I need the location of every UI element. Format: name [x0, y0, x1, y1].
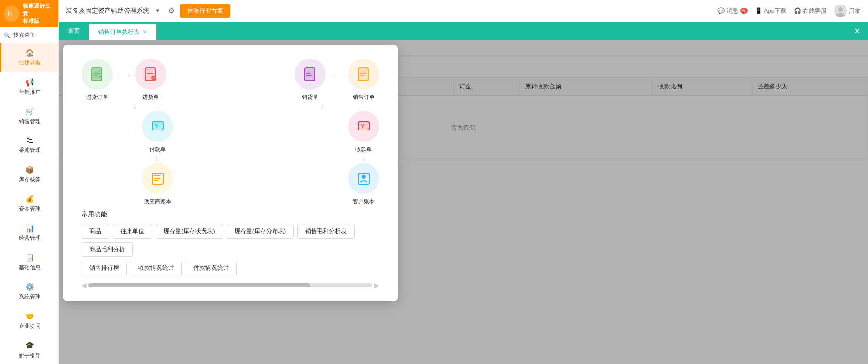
flow-row-2: ¥ 付款单	[82, 111, 379, 153]
arrow-2: ← - -	[326, 70, 348, 81]
sidebar-item-marketing[interactable]: 📢 营销推广	[0, 72, 58, 102]
func-btn-partners[interactable]: 往来单位	[113, 224, 152, 239]
svg-rect-5	[92, 68, 102, 81]
svg-rect-29	[154, 180, 158, 181]
func-buttons-row-2: 销售排行榜 收款情况统计 付款情况统计	[82, 261, 379, 275]
svg-text:6: 6	[7, 9, 12, 18]
sidebar-item-finance[interactable]: 💰 资金管理	[0, 189, 58, 218]
svg-rect-19	[360, 71, 366, 71]
common-functions: 常用功能 商品 往来单位 现存量(库存状况表) 现存量(库存分布表) 销售毛利分…	[82, 210, 379, 275]
tab-close-icon[interactable]: ✕	[142, 29, 147, 35]
modal-content: 进货订单 - - →	[63, 45, 398, 301]
topbar: 装备及固定资产辅助管理系统 ▼ ⚙ 体验行业方案 💬 消息 5 📱 App下载 …	[59, 0, 868, 22]
sales-bill-icon	[295, 59, 326, 90]
payment-bill-label: 付款单	[149, 146, 166, 153]
tab-home[interactable]: 首页	[59, 22, 89, 40]
scroll-left-btn[interactable]: ◀	[82, 282, 87, 289]
experience-btn[interactable]: 体验行业方案	[180, 4, 230, 18]
func-btn-inventory-dist[interactable]: 现存量(库存分布表)	[227, 224, 294, 239]
svg-point-3	[838, 7, 843, 12]
sidebar-item-enterprise[interactable]: 🤝 企业协同	[0, 306, 58, 336]
customer-account-node: 客户账本	[348, 163, 379, 206]
logo-icon: 6	[4, 5, 19, 22]
sidebar-item-newbie[interactable]: 🎓 新手引导	[0, 336, 58, 364]
sidebar-item-sales[interactable]: 🛒 销售管理	[0, 102, 58, 131]
scroll-right-btn[interactable]: ▶	[374, 282, 379, 289]
sidebar-item-label: 基础信息	[19, 264, 41, 272]
sidebar-item-basic[interactable]: 📋 基础信息	[0, 248, 58, 277]
sidebar-item-inventory[interactable]: 📦 库存核算	[0, 160, 58, 189]
svg-text:¥: ¥	[154, 122, 158, 130]
sales-order-svg	[355, 66, 372, 82]
online-service-btn[interactable]: 🎧 在线客服	[794, 7, 827, 15]
svg-rect-28	[154, 178, 160, 179]
sidebar-item-label: 快捷导航	[19, 59, 41, 67]
chevron-down-icon: ▼	[155, 7, 161, 14]
sales-order-icon	[348, 59, 379, 90]
message-btn[interactable]: 💬 消息 5	[717, 7, 748, 15]
func-btn-payment-stats[interactable]: 付款情况统计	[186, 261, 237, 275]
modal-scrollbar[interactable]	[88, 283, 372, 287]
flow-modal: 进货订单 - - →	[63, 45, 398, 301]
sidebar-item-label: 销售管理	[19, 118, 41, 125]
sales-order-label: 销售订单	[353, 93, 375, 101]
search-icon: 🔍	[4, 32, 11, 38]
purchase-order-icon	[82, 59, 113, 90]
modal-scrollbar-container: ◀ ▶	[82, 279, 379, 292]
func-btn-sales-profit-analysis[interactable]: 销售毛利分析表	[297, 224, 355, 239]
svg-point-31	[362, 175, 366, 179]
search-label: 搜索菜单	[13, 31, 35, 39]
payment-bill-node: ¥ 付款单	[142, 111, 173, 153]
app-download-btn[interactable]: 📱 App下载	[755, 7, 786, 15]
close-all-btn[interactable]: ✕	[854, 26, 868, 36]
down-arrow-purchase-icon: ↓	[133, 101, 137, 111]
sidebar-search[interactable]: 🔍 搜索菜单	[0, 27, 58, 43]
svg-rect-21	[360, 75, 364, 76]
flow-arrows-row-2: ↓ ↓	[141, 153, 379, 163]
svg-rect-14	[305, 68, 315, 81]
svg-rect-8	[93, 75, 98, 76]
sidebar-item-quick-nav[interactable]: 🏠 快捷导航	[0, 43, 58, 72]
func-btn-inventory-status[interactable]: 现存量(库存状况表)	[156, 224, 223, 239]
func-btn-goods-profit-analysis[interactable]: 商品毛利分析	[82, 242, 133, 257]
func-btn-sales-rank[interactable]: 销售排行榜	[82, 261, 127, 275]
flow-arrows-row: ↓ ↓	[119, 101, 379, 111]
purchase-order-svg	[89, 66, 105, 82]
down-arrow-sales-icon: ↓	[321, 101, 325, 111]
supplier-account-node: 供应商账本	[142, 163, 173, 206]
tab-sales-order-exec[interactable]: 销售订单执行表 ✕	[89, 24, 156, 40]
sidebar-item-label: 营销推广	[19, 88, 41, 96]
sidebar-item-label: 经营管理	[19, 234, 41, 242]
sidebar-item-label: 采购管理	[19, 147, 41, 154]
message-label: 消息	[726, 7, 738, 15]
sales-bill-label: 销货单	[302, 93, 318, 101]
modal-overlay[interactable]: 进货订单 - - →	[59, 40, 868, 364]
arrow-1: - - →	[113, 70, 135, 81]
sales-bill-svg	[302, 66, 318, 82]
flow-row-3: 供应商账本	[82, 163, 379, 206]
func-btn-goods[interactable]: 商品	[82, 224, 109, 239]
sidebar-item-system[interactable]: ⚙️ 系统管理	[0, 277, 58, 306]
svg-text:✓: ✓	[152, 76, 156, 81]
receipt-bill-icon: ¥	[348, 111, 379, 142]
sidebar-item-label: 资金管理	[19, 205, 41, 213]
scrollbar-thumb	[88, 283, 310, 287]
down-arrow-purchase: ↓	[119, 101, 150, 111]
sidebar-item-label: 企业协同	[19, 322, 41, 330]
topbar-right: 💬 消息 5 📱 App下载 🎧 在线客服	[717, 5, 861, 17]
operations-icon: 📊	[25, 224, 34, 233]
func-btn-receipt-stats[interactable]: 收款情况统计	[131, 261, 182, 275]
sidebar-item-operations[interactable]: 📊 经营管理	[0, 218, 58, 248]
payment-bill-svg: ¥	[149, 118, 166, 135]
user-menu[interactable]: 用友	[834, 5, 861, 17]
svg-rect-6	[93, 71, 100, 71]
receipt-bill-label: 收款单	[355, 146, 372, 153]
dashed-arrow-left-icon: ← - -	[330, 70, 344, 81]
sidebar: 6 畅康通好生意标准版 🔍 搜索菜单 🏠 快捷导航 📢 营销推广 🛒 销售管理 …	[0, 0, 59, 364]
down-arrow-payment: ↓	[141, 153, 172, 163]
inventory-icon: 📦	[25, 165, 34, 174]
down-arrow-sales: ↓	[307, 101, 338, 111]
settings-icon[interactable]: ⚙	[168, 6, 175, 15]
sidebar-item-purchase[interactable]: 🛍 采购管理	[0, 131, 58, 160]
system-dropdown[interactable]: ▼	[155, 7, 161, 14]
